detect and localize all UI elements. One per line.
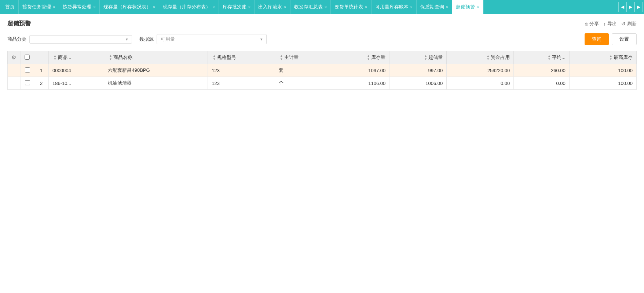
cell-unit: 个 [275, 77, 332, 90]
filter-datasource-value: 可用量 [161, 36, 175, 42]
nav-expand-arrow[interactable]: ▶ [634, 2, 643, 12]
filter-datasource-select[interactable]: 可用量 ▾ [157, 34, 267, 44]
sort-icon-unit: ▲▼ [280, 55, 283, 61]
tab-batch-account[interactable]: 库存批次账 × [219, 0, 255, 14]
top-nav: 首页 拣货任务管理 × 拣货异常处理 × 现存量（库存状况表） × 现存量（库存… [0, 0, 644, 14]
cell-product-name: 六配套新昌490BPG [104, 64, 208, 77]
sort-icon-overstock: ▲▼ [424, 55, 427, 61]
tab-abnormal-process[interactable]: 拣货异常处理 × [59, 0, 99, 14]
data-table: ⚙ ▲▼ 商品... ▲▼ 商品名称 ▲▼ 规格型号 [7, 51, 637, 90]
th-avg[interactable]: ▲▼ 平均... [514, 51, 569, 64]
th-stock[interactable]: ▲▼ 库存量 [332, 51, 389, 64]
cell-product-code: 0000004 [49, 64, 104, 77]
close-tab-task-mgmt[interactable]: × [53, 5, 55, 9]
tab-home[interactable]: 首页 [1, 0, 19, 14]
filter-category-select[interactable]: ▾ [29, 35, 132, 44]
export-icon: ↑ [603, 21, 606, 27]
th-checkbox [21, 51, 34, 64]
cell-row-num: 2 [34, 77, 49, 90]
refresh-link[interactable]: ↺ 刷新 [621, 21, 637, 27]
th-max-stock[interactable]: ▲▼ 最高库存 [569, 51, 636, 64]
sort-icon-product-name: ▲▼ [109, 55, 112, 61]
cell-overstock: 997.00 [389, 64, 447, 77]
nav-left-arrow[interactable]: ◀ [618, 2, 626, 12]
tab-available-account[interactable]: 可用量库存账本 × [372, 0, 417, 14]
cell-settings [8, 77, 21, 90]
cell-checkbox [21, 64, 34, 77]
page-content: 超储预警 ⎋ 分享 ↑ 导出 ↺ 刷新 商品分类 ▾ 数据源 [0, 14, 644, 293]
sort-icon-avg: ▲▼ [548, 55, 550, 61]
filter-datasource: 数据源 可用量 ▾ [139, 34, 267, 44]
tab-stock-status[interactable]: 现存量（库存状况表） × [100, 0, 159, 14]
th-row-num [34, 51, 49, 64]
cell-stock: 1106.00 [332, 77, 389, 90]
filter-category: 商品分类 ▾ [7, 35, 132, 44]
cell-unit: 套 [275, 64, 332, 77]
close-tab-stock-dist[interactable]: × [212, 5, 215, 9]
filter-actions: 查询 设置 [585, 33, 637, 45]
close-tab-stock-status[interactable]: × [153, 5, 155, 9]
th-spec[interactable]: ▲▼ 规格型号 [208, 51, 275, 64]
cell-capital-usage: 259220.00 [447, 64, 514, 77]
sort-icon-spec: ▲▼ [213, 55, 216, 61]
cell-product-code: 186-10... [49, 77, 104, 90]
page-title: 超储预警 [7, 20, 31, 27]
cell-overstock: 1006.00 [389, 77, 447, 90]
close-tab-inout-flow[interactable]: × [284, 5, 286, 9]
table-row[interactable]: 2 186-10... 机油滤清器 123 个 1106.00 1006.00 … [8, 77, 637, 90]
tab-collect-summary[interactable]: 收发存汇总表 × [290, 0, 331, 14]
filter-category-label: 商品分类 [7, 36, 26, 42]
sort-icon-product-code: ▲▼ [54, 55, 56, 61]
gear-icon[interactable]: ⚙ [11, 54, 16, 60]
filter-row: 商品分类 ▾ 数据源 可用量 ▾ 查询 设置 [7, 33, 637, 45]
close-tab-collect-summary[interactable]: × [325, 5, 327, 9]
settings-button[interactable]: 设置 [612, 33, 637, 45]
tab-inout-flow[interactable]: 出入库流水 × [255, 0, 290, 14]
refresh-icon: ↺ [621, 21, 626, 27]
table-body: 1 0000004 六配套新昌490BPG 123 套 1097.00 997.… [8, 64, 637, 90]
table-header-row: ⚙ ▲▼ 商品... ▲▼ 商品名称 ▲▼ 规格型号 [8, 51, 637, 64]
row-checkbox-1[interactable] [25, 80, 30, 85]
cell-stock: 1097.00 [332, 64, 389, 77]
row-checkbox-0[interactable] [25, 67, 30, 73]
sort-icon-capital-usage: ▲▼ [487, 55, 490, 61]
th-product-name[interactable]: ▲▼ 商品名称 [104, 51, 208, 64]
th-unit[interactable]: ▲▼ 主计量 [275, 51, 332, 64]
tab-expiry-query[interactable]: 保质期查询 × [417, 0, 452, 14]
cell-avg: 260.00 [514, 64, 569, 77]
header-actions: ⎋ 分享 ↑ 导出 ↺ 刷新 [585, 21, 637, 27]
page-header: 超储预警 ⎋ 分享 ↑ 导出 ↺ 刷新 [7, 20, 637, 27]
cell-spec: 123 [208, 64, 275, 77]
close-tab-batch-account[interactable]: × [248, 5, 250, 9]
cell-max-stock: 100.00 [569, 77, 636, 90]
th-capital-usage[interactable]: ▲▼ 资金占用 [447, 51, 514, 64]
query-button[interactable]: 查询 [585, 33, 609, 45]
select-all-checkbox[interactable] [25, 55, 30, 60]
table-row[interactable]: 1 0000004 六配套新昌490BPG 123 套 1097.00 997.… [8, 64, 637, 77]
filter-datasource-label: 数据源 [139, 36, 154, 42]
share-link[interactable]: ⎋ 分享 [585, 21, 599, 27]
tab-stock-dist[interactable]: 现存量（库存分布表） × [159, 0, 219, 14]
sort-icon-max-stock: ▲▼ [609, 55, 612, 61]
close-tab-abnormal-process[interactable]: × [93, 5, 95, 9]
tab-task-mgmt[interactable]: 拣货任务管理 × [19, 0, 59, 14]
th-settings: ⚙ [8, 51, 21, 64]
close-tab-order-stats[interactable]: × [365, 5, 367, 9]
close-tab-overstock-warning[interactable]: × [477, 5, 479, 9]
cell-row-num: 1 [34, 64, 49, 77]
tab-order-stats[interactable]: 要货单统计表 × [331, 0, 371, 14]
export-link[interactable]: ↑ 导出 [603, 21, 617, 27]
cell-avg: 0.00 [514, 77, 569, 90]
share-icon: ⎋ [585, 21, 588, 27]
sort-icon-stock: ▲▼ [367, 55, 370, 61]
cell-max-stock: 100.00 [569, 64, 636, 77]
nav-right-arrow[interactable]: ▶ [626, 2, 634, 12]
cell-capital-usage: 0.00 [447, 77, 514, 90]
filter-datasource-chevron: ▾ [260, 37, 263, 42]
th-product-code[interactable]: ▲▼ 商品... [49, 51, 104, 64]
th-overstock[interactable]: ▲▼ 超储量 [389, 51, 447, 64]
close-tab-available-account[interactable]: × [410, 5, 413, 9]
tab-overstock-warning[interactable]: 超储预警 × [452, 0, 483, 14]
close-tab-expiry-query[interactable]: × [446, 5, 448, 9]
cell-settings [8, 64, 21, 77]
